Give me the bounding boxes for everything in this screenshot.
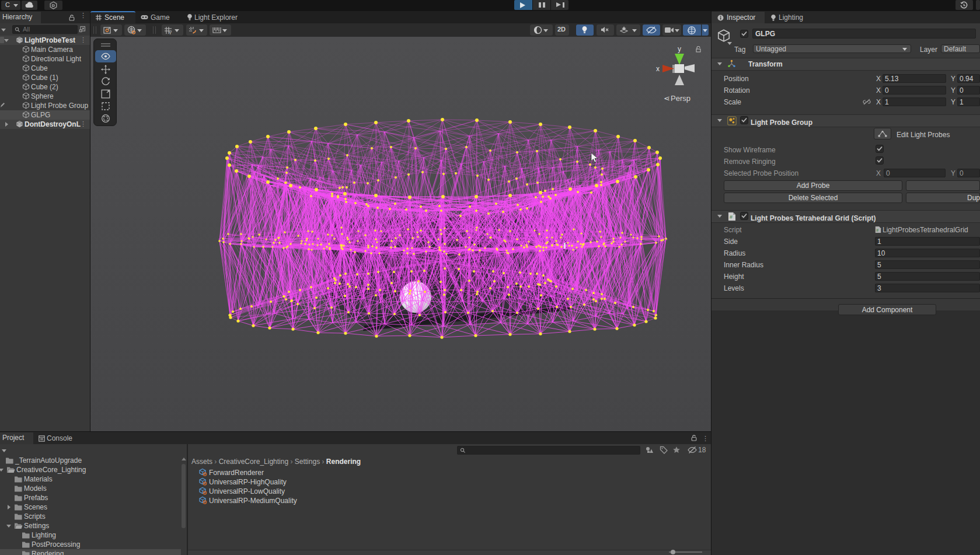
svg-text:#: # <box>730 214 733 220</box>
svg-text:y: y <box>678 45 681 53</box>
svg-text:x: x <box>656 65 660 73</box>
svg-text:#: # <box>876 228 878 232</box>
svg-text:⋖ Persp: ⋖ Persp <box>664 94 690 103</box>
svg-text:Y: Y <box>169 30 172 35</box>
